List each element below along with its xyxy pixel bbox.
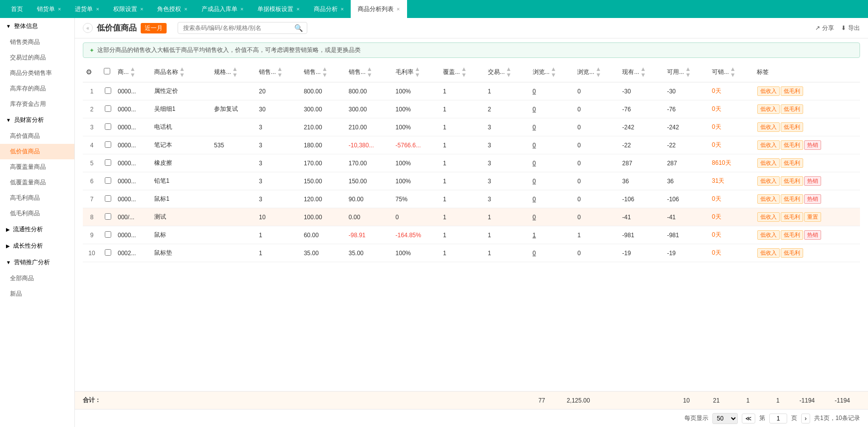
first-page-button[interactable]: ≪ [742, 414, 755, 424]
col-name-sort[interactable]: 商品名称▲▼ [154, 66, 185, 78]
row-checkbox[interactable] [105, 105, 111, 112]
row-browse1[interactable]: 0 [530, 208, 575, 226]
col-stock3-sort[interactable]: 可销...▲▼ [712, 66, 736, 78]
sidebar-item-high-coverage[interactable]: 高覆盖量商品 [0, 159, 74, 175]
col-s1-sort[interactable]: 销售...▲▼ [259, 66, 283, 78]
date-tag-button[interactable]: 近一月 [141, 23, 167, 33]
row-coverage: 1 [440, 226, 485, 244]
row-browse1[interactable]: 0 [530, 100, 575, 118]
row-browse2: 1 [574, 226, 619, 244]
nav-sales[interactable]: 销货单× [30, 0, 68, 18]
close-icon[interactable]: × [397, 6, 400, 12]
nav-home[interactable]: 首页 [4, 0, 30, 18]
col-s2-sort[interactable]: 销售...▲▼ [304, 66, 328, 78]
row-checkbox[interactable] [105, 249, 111, 256]
row-spec [211, 82, 256, 100]
sidebar-item-stock-capital[interactable]: 库存资金占用 [0, 96, 74, 112]
sidebar-item-low-value[interactable]: 低价值商品 [0, 144, 74, 159]
nav-template[interactable]: 单据模板设置× [250, 0, 306, 18]
sidebar-group-header-financial[interactable]: ▼ 员财富分析 [0, 112, 74, 128]
row-coverage: 1 [440, 208, 485, 226]
row-checkbox[interactable] [105, 177, 111, 184]
row-checkbox[interactable] [105, 213, 111, 220]
row-checkbox[interactable] [105, 159, 111, 166]
close-icon[interactable]: × [96, 6, 99, 12]
search-input[interactable] [178, 22, 307, 34]
sidebar-group-header-overview[interactable]: ▼ 整体信息 [0, 18, 74, 34]
select-all-checkbox[interactable] [104, 68, 110, 74]
sidebar-item-low-coverage[interactable]: 低覆盖量商品 [0, 175, 74, 190]
row-checkbox[interactable] [105, 141, 111, 148]
nav-product-analysis[interactable]: 商品分析× [307, 0, 351, 18]
row-checkbox[interactable] [105, 195, 111, 202]
row-number: 5 [83, 154, 101, 172]
sidebar-item-traded-products[interactable]: 交易过的商品 [0, 50, 74, 65]
collapse-arrow-icon: ▶ [6, 243, 10, 249]
col-settings[interactable]: ⚙ [83, 62, 101, 82]
sidebar-group-header-marketing[interactable]: ▼ 营销推广分析 [0, 254, 74, 271]
col-stock1-sort[interactable]: 现有...▲▼ [622, 66, 646, 78]
sidebar-item-high-stock[interactable]: 高库存的商品 [0, 81, 74, 96]
sidebar-collapse-button[interactable]: « [83, 23, 93, 33]
col-rate-sort[interactable]: 毛利率▲▼ [396, 66, 421, 78]
page-label: 第 [759, 414, 765, 423]
row-browse1[interactable]: 1 [530, 226, 575, 244]
nav-role[interactable]: 角色授权× [150, 0, 194, 18]
nav-permission[interactable]: 权限设置× [106, 0, 150, 18]
col-browse1-sort[interactable]: 浏览...▲▼ [533, 66, 557, 78]
row-browse1[interactable]: 0 [530, 136, 575, 154]
row-days: 0天 [709, 190, 754, 208]
row-rate: 100% [393, 118, 440, 136]
close-icon[interactable]: × [240, 6, 243, 12]
row-checkbox[interactable] [105, 231, 111, 238]
page-number-input[interactable] [769, 414, 787, 424]
col-code-sort[interactable]: 商...▲▼ [118, 66, 136, 78]
col-spec-sort[interactable]: 规格...▲▼ [214, 66, 238, 78]
nav-product-in[interactable]: 产成品入库单× [195, 0, 250, 18]
col-browse2-sort[interactable]: 浏览...▲▼ [577, 66, 601, 78]
close-icon[interactable]: × [296, 6, 299, 12]
close-icon[interactable]: × [140, 6, 143, 12]
row-browse1[interactable]: 0 [530, 172, 575, 190]
sidebar-item-high-value[interactable]: 高价值商品 [0, 128, 74, 144]
per-page-select[interactable]: 50 100 200 [712, 413, 738, 424]
row-tags: 低收入低毛利 [754, 82, 860, 100]
row-s3: 35.00 [346, 244, 393, 262]
row-checkbox[interactable] [105, 123, 111, 130]
settings-icon[interactable]: ⚙ [86, 68, 92, 76]
row-browse1[interactable]: 0 [530, 154, 575, 172]
summary-s2: 2,125.00 [555, 397, 600, 404]
row-rate: 100% [393, 244, 440, 262]
col-cov-sort[interactable]: 覆盖...▲▼ [443, 66, 467, 78]
share-button[interactable]: ↗ 分享 [815, 24, 834, 32]
sidebar-item-all-products[interactable]: 全部商品 [0, 271, 74, 286]
sidebar-item-high-margin[interactable]: 高毛利商品 [0, 190, 74, 206]
sidebar-group-header-growth[interactable]: ▶ 成长性分析 [0, 238, 74, 254]
col-s3-sort[interactable]: 销售...▲▼ [349, 66, 373, 78]
nav-purchase[interactable]: 进货单× [68, 0, 106, 18]
row-checkbox[interactable] [105, 87, 111, 94]
row-browse1[interactable]: 0 [530, 244, 575, 262]
summary-s1: 77 [515, 397, 555, 404]
col-stock2-sort[interactable]: 可用...▲▼ [667, 66, 691, 78]
nav-product-analysis-list[interactable]: 商品分析列表× [351, 0, 407, 18]
col-trade-sort[interactable]: 交易...▲▼ [488, 66, 512, 78]
close-icon[interactable]: × [58, 6, 61, 12]
row-browse1[interactable]: 0 [530, 118, 575, 136]
row-days: 31天 [709, 172, 754, 190]
close-icon[interactable]: × [184, 6, 187, 12]
row-browse1[interactable]: 0 [530, 190, 575, 208]
sidebar-item-new-products[interactable]: 新品 [0, 286, 74, 302]
sidebar-item-low-margin[interactable]: 低毛利商品 [0, 206, 74, 221]
next-page-button[interactable]: › [801, 414, 810, 424]
export-button[interactable]: ⬇ 导出 [841, 24, 860, 32]
row-s1: 3 [256, 136, 301, 154]
row-s1: 3 [256, 154, 301, 172]
row-name: 鼠标垫 [151, 244, 211, 262]
sidebar-group-header-circulation[interactable]: ▶ 流通性分析 [0, 221, 74, 238]
row-browse1[interactable]: 0 [530, 82, 575, 100]
sidebar-item-category-sales[interactable]: 商品分类销售率 [0, 65, 74, 81]
close-icon[interactable]: × [341, 6, 344, 12]
sidebar-item-sales-products[interactable]: 销售类商品 [0, 34, 74, 50]
row-coverage: 1 [440, 118, 485, 136]
